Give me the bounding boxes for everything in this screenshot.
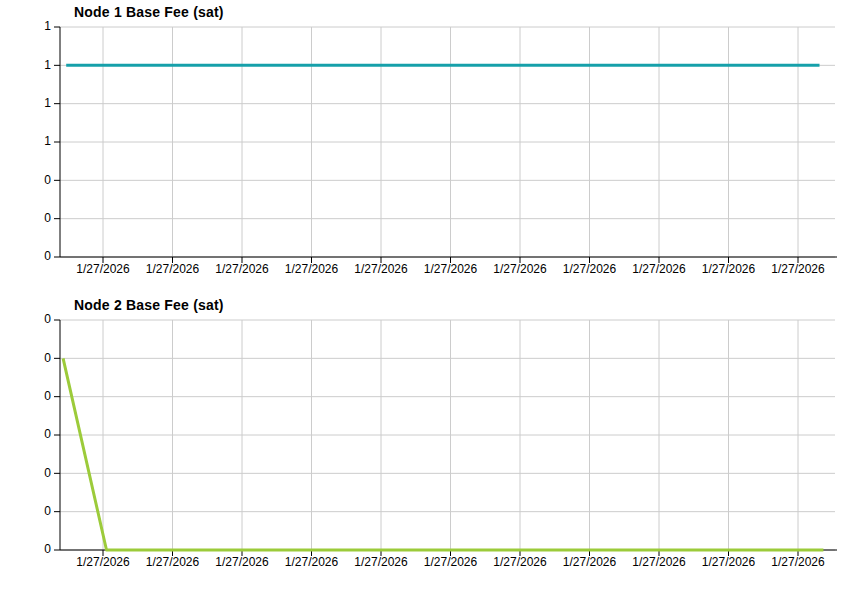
x-tick-label: 1/27/2026 <box>215 262 269 276</box>
y-tick-label: 0 <box>44 351 51 365</box>
y-tick-label: 0 <box>44 504 51 518</box>
x-tick-label: 1/27/2026 <box>146 262 200 276</box>
x-tick-label: 1/27/2026 <box>563 262 617 276</box>
series-line <box>63 358 823 550</box>
x-tick-label: 1/27/2026 <box>285 262 339 276</box>
x-tick-label: 1/27/2026 <box>702 262 756 276</box>
x-tick-label: 1/27/2026 <box>771 555 825 569</box>
x-tick-label: 1/27/2026 <box>563 555 617 569</box>
x-tick-label: 1/27/2026 <box>424 555 478 569</box>
y-tick-label: 1 <box>44 58 51 72</box>
x-tick-label: 1/27/2026 <box>632 555 686 569</box>
node2-base-fee-chart: Node 2 Base Fee (sat) 00000001/27/20261/… <box>0 293 860 593</box>
chart-canvas: 11110001/27/20261/27/20261/27/20261/27/2… <box>0 0 860 300</box>
y-tick-label: 0 <box>44 312 51 326</box>
y-tick-label: 0 <box>44 389 51 403</box>
chart-canvas: 00000001/27/20261/27/20261/27/20261/27/2… <box>0 293 860 593</box>
x-tick-label: 1/27/2026 <box>493 262 547 276</box>
x-tick-label: 1/27/2026 <box>493 555 547 569</box>
x-tick-label: 1/27/2026 <box>632 262 686 276</box>
y-tick-label: 1 <box>44 134 51 148</box>
y-tick-label: 0 <box>44 542 51 556</box>
x-tick-label: 1/27/2026 <box>215 555 269 569</box>
y-tick-label: 0 <box>44 249 51 263</box>
y-tick-label: 0 <box>44 211 51 225</box>
x-tick-label: 1/27/2026 <box>76 262 130 276</box>
x-tick-label: 1/27/2026 <box>146 555 200 569</box>
node1-base-fee-chart: Node 1 Base Fee (sat) 11110001/27/20261/… <box>0 0 860 300</box>
x-tick-label: 1/27/2026 <box>354 262 408 276</box>
y-tick-label: 0 <box>44 466 51 480</box>
y-tick-label: 1 <box>44 19 51 33</box>
x-tick-label: 1/27/2026 <box>76 555 130 569</box>
x-tick-label: 1/27/2026 <box>424 262 478 276</box>
y-tick-label: 0 <box>44 173 51 187</box>
x-tick-label: 1/27/2026 <box>285 555 339 569</box>
y-tick-label: 1 <box>44 96 51 110</box>
x-tick-label: 1/27/2026 <box>702 555 756 569</box>
y-tick-label: 0 <box>44 427 51 441</box>
x-tick-label: 1/27/2026 <box>354 555 408 569</box>
x-tick-label: 1/27/2026 <box>771 262 825 276</box>
